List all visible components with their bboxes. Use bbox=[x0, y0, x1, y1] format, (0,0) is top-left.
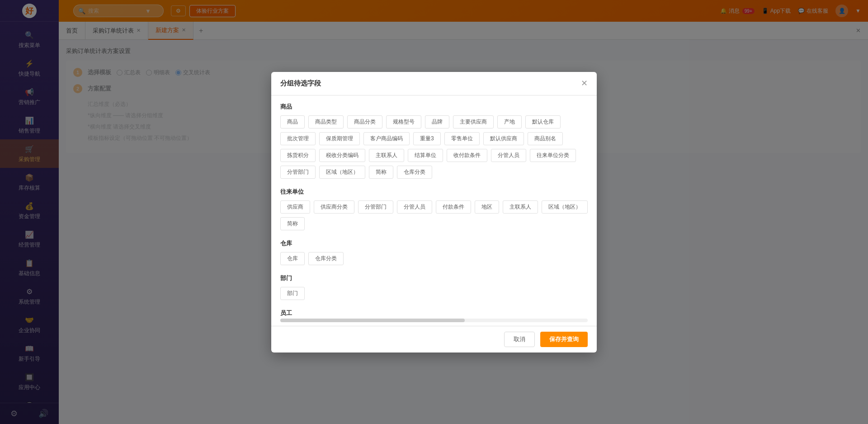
section-title-employee: 员工 bbox=[280, 309, 588, 317]
modal-overlay: 分组待选字段 ✕ 商品商品商品类型商品分类规格型号品牌主要供应商产地默认仓库批次… bbox=[0, 0, 868, 424]
field-tag-product-8[interactable]: 批次管理 bbox=[280, 132, 316, 145]
field-select-modal: 分组待选字段 ✕ 商品商品商品类型商品分类规格型号品牌主要供应商产地默认仓库批次… bbox=[271, 72, 597, 353]
field-tag-partner-0[interactable]: 供应商 bbox=[280, 200, 310, 214]
field-tag-warehouse-1[interactable]: 仓库分类 bbox=[308, 252, 344, 265]
section-title-warehouse: 仓库 bbox=[280, 239, 588, 248]
section-partner: 往来单位供应商供应商分类分管部门分管人员付款条件地区主联系人区域（地区）简称 bbox=[280, 188, 588, 230]
field-tags-warehouse: 仓库仓库分类 bbox=[280, 252, 588, 265]
field-tag-department-0[interactable]: 部门 bbox=[280, 287, 305, 300]
cancel-button[interactable]: 取消 bbox=[504, 332, 535, 347]
field-tag-product-3[interactable]: 规格型号 bbox=[386, 115, 421, 129]
confirm-button[interactable]: 保存并查询 bbox=[540, 332, 588, 347]
modal-body: 商品商品商品类型商品分类规格型号品牌主要供应商产地默认仓库批次管理保质期管理客户… bbox=[271, 95, 597, 317]
section-employee: 员工业务员 bbox=[280, 309, 588, 317]
field-tag-partner-5[interactable]: 地区 bbox=[475, 200, 499, 214]
field-tag-product-11[interactable]: 重量3 bbox=[413, 132, 441, 145]
field-tag-partner-7[interactable]: 区域（地区） bbox=[542, 200, 588, 214]
field-tag-product-14[interactable]: 商品别名 bbox=[528, 132, 563, 145]
field-tag-product-25[interactable]: 仓库分类 bbox=[397, 166, 432, 179]
field-tag-product-12[interactable]: 零售单位 bbox=[444, 132, 480, 145]
field-tag-product-10[interactable]: 客户商品编码 bbox=[363, 132, 410, 145]
field-tag-product-1[interactable]: 商品类型 bbox=[308, 115, 344, 129]
field-tag-product-2[interactable]: 商品分类 bbox=[347, 115, 382, 129]
field-tags-product: 商品商品类型商品分类规格型号品牌主要供应商产地默认仓库批次管理保质期管理客户商品… bbox=[280, 115, 588, 179]
section-title-department: 部门 bbox=[280, 274, 588, 282]
modal-title: 分组待选字段 bbox=[280, 79, 321, 88]
field-tag-partner-6[interactable]: 主联系人 bbox=[503, 200, 538, 214]
field-tag-product-6[interactable]: 产地 bbox=[497, 115, 522, 129]
field-tag-product-9[interactable]: 保质期管理 bbox=[319, 132, 360, 145]
field-tag-product-20[interactable]: 分管人员 bbox=[491, 149, 526, 162]
field-tag-partner-2[interactable]: 分管部门 bbox=[358, 200, 393, 214]
section-product: 商品商品商品类型商品分类规格型号品牌主要供应商产地默认仓库批次管理保质期管理客户… bbox=[280, 103, 588, 179]
modal-header: 分组待选字段 ✕ bbox=[271, 72, 597, 95]
field-tag-partner-8[interactable]: 简称 bbox=[280, 217, 305, 230]
field-tag-warehouse-0[interactable]: 仓库 bbox=[280, 252, 305, 265]
field-tags-department: 部门 bbox=[280, 287, 588, 300]
field-tag-partner-4[interactable]: 付款条件 bbox=[436, 200, 471, 214]
section-title-partner: 往来单位 bbox=[280, 188, 588, 196]
field-tag-product-4[interactable]: 品牌 bbox=[425, 115, 449, 129]
field-tag-product-19[interactable]: 收付款条件 bbox=[447, 149, 487, 162]
field-tag-product-22[interactable]: 分管部门 bbox=[280, 166, 316, 179]
field-tag-product-0[interactable]: 商品 bbox=[280, 115, 305, 129]
field-tag-product-17[interactable]: 主联系人 bbox=[369, 149, 404, 162]
section-department: 部门部门 bbox=[280, 274, 588, 300]
field-tag-product-16[interactable]: 税收分类编码 bbox=[319, 149, 365, 162]
section-warehouse: 仓库仓库仓库分类 bbox=[280, 239, 588, 265]
modal-close-btn[interactable]: ✕ bbox=[581, 79, 588, 87]
field-tag-product-24[interactable]: 简称 bbox=[369, 166, 393, 179]
modal-footer: 取消 保存并查询 bbox=[271, 326, 597, 353]
field-tag-product-5[interactable]: 主要供应商 bbox=[453, 115, 494, 129]
field-tag-product-15[interactable]: 拣货积分 bbox=[280, 149, 316, 162]
modal-scroll-thumb bbox=[280, 319, 465, 322]
field-tag-product-18[interactable]: 结算单位 bbox=[408, 149, 443, 162]
field-tag-product-23[interactable]: 区域（地区） bbox=[319, 166, 365, 179]
field-tags-partner: 供应商供应商分类分管部门分管人员付款条件地区主联系人区域（地区）简称 bbox=[280, 200, 588, 230]
field-tag-product-21[interactable]: 往来单位分类 bbox=[530, 149, 576, 162]
modal-horizontal-scrollbar[interactable] bbox=[280, 319, 588, 322]
field-tag-partner-3[interactable]: 分管人员 bbox=[397, 200, 432, 214]
field-tag-product-7[interactable]: 默认仓库 bbox=[525, 115, 561, 129]
field-tag-partner-1[interactable]: 供应商分类 bbox=[314, 200, 354, 214]
section-title-product: 商品 bbox=[280, 103, 588, 111]
field-tag-product-13[interactable]: 默认供应商 bbox=[483, 132, 524, 145]
